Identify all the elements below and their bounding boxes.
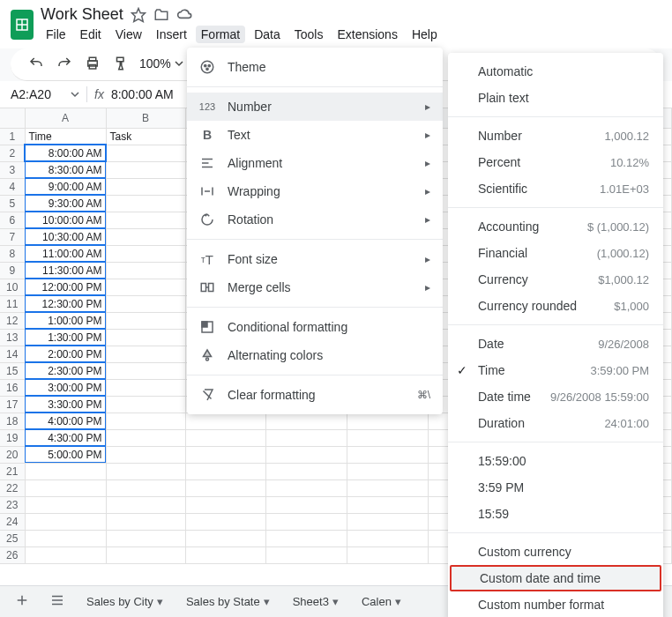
format-menu-wrapping[interactable]: Wrapping▸ xyxy=(187,177,443,205)
row-header-16[interactable]: 16 xyxy=(0,379,25,396)
number-format-number[interactable]: Number1,000.12 xyxy=(448,123,663,149)
menu-format[interactable]: Format xyxy=(196,26,245,43)
format-menu-alignment[interactable]: Alignment▸ xyxy=(187,149,443,177)
menu-data[interactable]: Data xyxy=(249,26,286,43)
row-header-4[interactable]: 4 xyxy=(0,178,25,195)
all-sheets-button[interactable] xyxy=(46,589,69,614)
row-header-7[interactable]: 7 xyxy=(0,228,25,245)
cell-A20[interactable]: 5:00:00 PM xyxy=(25,446,106,463)
number-format-financial[interactable]: Financial(1,000.12) xyxy=(448,240,663,266)
cell-A3[interactable]: 8:30:00 AM xyxy=(25,161,106,178)
menu-tools[interactable]: Tools xyxy=(289,26,329,43)
name-box[interactable]: A2:A20 xyxy=(11,87,63,101)
chevron-down-icon[interactable]: ▾ xyxy=(332,595,339,608)
row-header-17[interactable]: 17 xyxy=(0,396,25,413)
menu-edit[interactable]: Edit xyxy=(75,26,107,43)
row-header-9[interactable]: 9 xyxy=(0,262,25,279)
cell-A2[interactable]: 8:00:00 AM xyxy=(25,145,106,161)
row-header-23[interactable]: 23 xyxy=(0,496,25,513)
print-button[interactable] xyxy=(83,54,102,73)
cell-A6[interactable]: 10:00:00 AM xyxy=(25,212,106,228)
cell-A15[interactable]: 2:30:00 PM xyxy=(25,362,106,379)
row-header-26[interactable]: 26 xyxy=(0,546,25,563)
format-menu-alternating colors[interactable]: Alternating colors xyxy=(187,341,443,369)
format-menu-clear formatting[interactable]: Clear formatting⌘\ xyxy=(187,381,443,409)
format-menu-rotation[interactable]: Rotation▸ xyxy=(187,205,443,234)
cell-A10[interactable]: 12:00:00 PM xyxy=(25,279,106,295)
format-menu-theme[interactable]: Theme xyxy=(187,53,443,81)
row-header-19[interactable]: 19 xyxy=(0,429,25,446)
format-menu-number[interactable]: 123Number▸ xyxy=(187,93,443,121)
row-header-22[interactable]: 22 xyxy=(0,479,25,496)
cell-A18[interactable]: 4:00:00 PM xyxy=(25,413,106,429)
row-header-13[interactable]: 13 xyxy=(0,329,25,346)
number-format-date-time[interactable]: Date time9/26/2008 15:59:00 xyxy=(448,383,663,410)
format-menu-merge cells[interactable]: Merge cells▸ xyxy=(187,273,443,301)
row-header-3[interactable]: 3 xyxy=(0,161,25,178)
cell-A19[interactable]: 4:30:00 PM xyxy=(25,429,106,446)
row-header-24[interactable]: 24 xyxy=(0,513,25,530)
number-format-automatic[interactable]: Automatic xyxy=(448,58,663,85)
cell-A4[interactable]: 9:00:00 AM xyxy=(25,178,106,195)
cell-B1[interactable]: Task xyxy=(106,128,185,145)
number-format-percent[interactable]: Percent10.12% xyxy=(448,149,663,175)
row-header-11[interactable]: 11 xyxy=(0,295,25,312)
row-header-1[interactable]: 1 xyxy=(0,128,25,145)
format-menu-text[interactable]: BText▸ xyxy=(187,121,443,149)
sheet-tab-sheet3[interactable]: Sheet3 ▾ xyxy=(287,591,344,612)
row-header-2[interactable]: 2 xyxy=(0,145,25,161)
formula-input[interactable]: 8:00:00 AM xyxy=(111,87,174,101)
number-format-date[interactable]: Date9/26/2008 xyxy=(448,331,663,357)
number-format-duration[interactable]: Duration24:01:00 xyxy=(448,410,663,436)
number-format-time[interactable]: ✓Time3:59:00 PM xyxy=(448,357,663,383)
sheet-tab-sales by city[interactable]: Sales by City ▾ xyxy=(81,591,168,612)
row-header-20[interactable]: 20 xyxy=(0,446,25,463)
undo-button[interactable] xyxy=(26,54,46,73)
number-format-plain-text[interactable]: Plain text xyxy=(448,85,663,111)
cell-A5[interactable]: 9:30:00 AM xyxy=(25,195,106,212)
cell-A14[interactable]: 2:00:00 PM xyxy=(25,346,106,362)
add-sheet-button[interactable] xyxy=(11,589,34,614)
row-header-21[interactable]: 21 xyxy=(0,463,25,479)
cell-A8[interactable]: 11:00:00 AM xyxy=(25,245,106,262)
sheet-tab-sales by state[interactable]: Sales by State ▾ xyxy=(181,591,275,612)
row-header-14[interactable]: 14 xyxy=(0,346,25,362)
number-format-15-59[interactable]: 15:59 xyxy=(448,501,663,527)
cell-A11[interactable]: 12:30:00 PM xyxy=(25,295,106,312)
number-format-currency[interactable]: Currency$1,000.12 xyxy=(448,266,663,293)
menu-insert[interactable]: Insert xyxy=(151,26,192,43)
col-header-A[interactable]: A xyxy=(25,108,106,128)
row-header-10[interactable]: 10 xyxy=(0,279,25,295)
menu-file[interactable]: File xyxy=(41,26,71,43)
row-header-12[interactable]: 12 xyxy=(0,312,25,329)
star-icon[interactable] xyxy=(131,7,146,23)
number-format-3-59-pm[interactable]: 3:59 PM xyxy=(448,474,663,501)
move-icon[interactable] xyxy=(153,7,169,23)
col-header-B[interactable]: B xyxy=(106,108,185,128)
number-format-accounting[interactable]: Accounting$ (1,000.12) xyxy=(448,213,663,240)
menu-extensions[interactable]: Extensions xyxy=(332,26,402,43)
document-title[interactable]: Work Sheet xyxy=(41,5,123,24)
cell-A1[interactable]: Time xyxy=(25,128,106,145)
cell-A9[interactable]: 11:30:00 AM xyxy=(25,262,106,279)
cell-A12[interactable]: 1:00:00 PM xyxy=(25,312,106,329)
number-format-15-59-00[interactable]: 15:59:00 xyxy=(448,448,663,474)
chevron-down-icon[interactable]: ▾ xyxy=(157,595,163,608)
menu-view[interactable]: View xyxy=(110,26,147,43)
namebox-dropdown-icon[interactable] xyxy=(71,90,79,99)
paint-format-button[interactable] xyxy=(111,54,131,73)
cell-A7[interactable]: 10:30:00 AM xyxy=(25,228,106,245)
cell-A13[interactable]: 1:30:00 PM xyxy=(25,329,106,346)
number-format-currency-rounded[interactable]: Currency rounded$1,000 xyxy=(448,293,663,319)
number-format-custom-number-format[interactable]: Custom number format xyxy=(448,591,663,617)
chevron-down-icon[interactable]: ▾ xyxy=(395,595,401,608)
sheet-tab-calen[interactable]: Calen ▾ xyxy=(356,591,407,612)
row-header-15[interactable]: 15 xyxy=(0,362,25,379)
format-menu-conditional formatting[interactable]: Conditional formatting xyxy=(187,313,443,341)
redo-button[interactable] xyxy=(55,54,74,73)
cell-A16[interactable]: 3:00:00 PM xyxy=(25,379,106,396)
chevron-down-icon[interactable]: ▾ xyxy=(264,595,270,608)
row-header-5[interactable]: 5 xyxy=(0,195,25,212)
zoom-select[interactable]: 100% xyxy=(139,56,183,71)
menu-help[interactable]: Help xyxy=(407,26,443,43)
